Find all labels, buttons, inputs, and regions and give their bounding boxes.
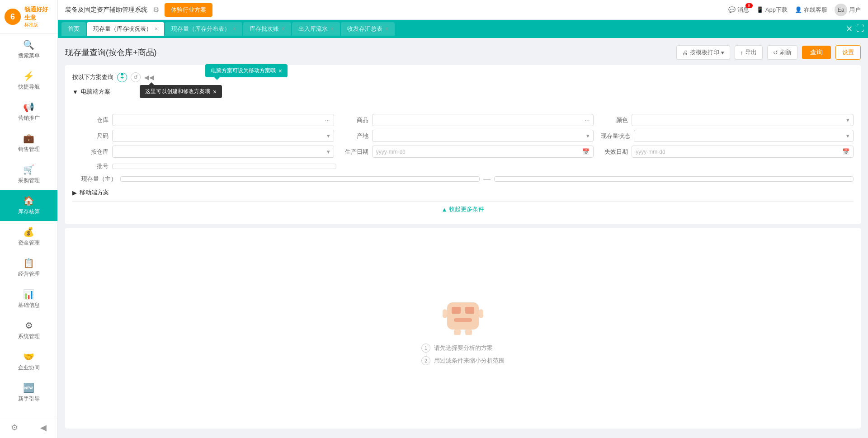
setting-button[interactable]: 设置 [835, 45, 861, 60]
color-dropdown-icon: ▾ [846, 117, 849, 123]
user-item[interactable]: Ea 用户 [835, 4, 861, 16]
goods-more-icon: ··· [585, 117, 590, 123]
size-dropdown-icon: ▾ [327, 132, 330, 139]
operation-icon: 📋 [23, 258, 34, 268]
header: 装备及固定资产辅助管理系统 ⚙ 体验行业方案 💬 消息 8 📱 App下载 👤 … [58, 0, 868, 20]
tab-close-all-icon[interactable]: ✕ [846, 24, 853, 34]
batch-no-label: 批号 [81, 162, 108, 170]
sidebar-item-purchase[interactable]: 🛒 采购管理 [0, 159, 57, 190]
tab-summary[interactable]: 收发存汇总表 × [341, 22, 395, 36]
sidebar-item-guide[interactable]: 🆕 新手引导 [0, 377, 57, 408]
field-batch-no: 批号 [81, 162, 336, 170]
goods-label: 商品 [341, 116, 368, 124]
sidebar-item-operation[interactable]: 📋 经营管理 [0, 252, 57, 283]
tab-close-inout[interactable]: × [330, 26, 334, 32]
expire-date-start[interactable]: yyyy-mm-dd 📅 [632, 146, 854, 158]
sidebar-item-marketing[interactable]: 📢 营销推广 [0, 96, 57, 127]
batch-no-input[interactable] [112, 164, 336, 169]
svg-rect-2 [465, 307, 474, 314]
export-button[interactable]: ↑ 导出 [735, 45, 763, 60]
collapse-btn[interactable]: ◀ [40, 423, 47, 433]
collapse-conditions-button[interactable]: ▲ 收起更多条件 [72, 201, 854, 217]
stock-qty-separator: — [483, 175, 491, 183]
create-tooltip-close[interactable]: × [213, 88, 217, 95]
origin-input[interactable]: ▾ [372, 130, 594, 142]
filter-row-1: 仓库 ··· 商品 ··· 颜色 ▾ [81, 114, 854, 126]
mobile-scheme-title[interactable]: ▶ 移动端方案 [72, 188, 854, 197]
field-size: 尺码 ▾ [81, 130, 334, 142]
svg-rect-1 [452, 307, 461, 314]
plan-tooltip-close[interactable]: × [278, 67, 282, 75]
sidebar-nav: 🔍 搜索菜单 ⚡ 快捷导航 📢 营销推广 💼 销售管理 🛒 采购管理 🏠 库存核… [0, 34, 57, 417]
origin-label: 产地 [341, 132, 368, 140]
add-scheme-button[interactable]: + [117, 72, 127, 82]
back-arrow-icon[interactable]: ◀◀ [144, 74, 154, 81]
marketing-icon: 📢 [23, 102, 34, 113]
sidebar-item-quick[interactable]: ⚡ 快捷导航 [0, 65, 57, 96]
sales-icon: 💼 [23, 133, 34, 144]
quick-icon: ⚡ [23, 71, 34, 81]
tab-close-batch[interactable]: × [282, 26, 285, 32]
header-right: 💬 消息 8 📱 App下载 👤 在线客服 Ea 用户 [728, 4, 861, 16]
field-color: 颜色 ▾ [601, 114, 854, 126]
sidebar-item-basic[interactable]: 📊 基础信息 [0, 283, 57, 315]
produce-date-placeholder: yyyy-mm-dd [376, 149, 406, 155]
color-label: 颜色 [601, 116, 628, 124]
message-item[interactable]: 💬 消息 8 [728, 6, 749, 14]
sidebar-item-system[interactable]: ⚙ 系统管理 [0, 315, 57, 346]
tab-home[interactable]: 首页 [61, 22, 86, 36]
settings-bottom-btn[interactable]: ⚙ [11, 423, 18, 433]
tabs-bar: 首页 现存量（库存状况表） × 现存量（库存分布表） × 库存批次账 × 出入库… [58, 20, 868, 38]
field-warehouse: 仓库 ··· [81, 114, 334, 126]
sidebar-item-search[interactable]: 🔍 搜索菜单 [0, 34, 57, 65]
sidebar-item-inventory[interactable]: 🏠 库存核算 [0, 190, 57, 221]
stock-qty-end[interactable] [494, 176, 854, 182]
sidebar-item-finance[interactable]: 💰 资金管理 [0, 221, 57, 252]
tab-close-inventory-status[interactable]: × [155, 26, 158, 32]
tab-close-summary[interactable]: × [385, 26, 388, 32]
query-button[interactable]: 查询 [802, 46, 831, 59]
pc-scheme-label: 电脑端方案 [81, 88, 110, 96]
tab-maximize-icon[interactable]: ⛶ [856, 24, 864, 34]
tab-inout[interactable]: 出入库流水 × [292, 22, 340, 36]
enterprise-icon: 🤝 [23, 351, 34, 362]
tab-inventory-status[interactable]: 现存量（库存状况表） × [87, 22, 164, 36]
page-content: 现存量查询(按仓库+商品) 🖨 按模板打印 ▾ ↑ 导出 ↺ 刷新 查询 设置 [58, 38, 868, 438]
by-warehouse-label: 按仓库 [81, 148, 108, 156]
sidebar-bottom: ⚙ ◀ [0, 417, 57, 438]
empty-area: 1 请先选择要分析的方案 2 用过滤条件来缩小分析范围 [65, 228, 861, 429]
print-dropdown-icon: ▾ [721, 49, 724, 56]
support-icon: 👤 [795, 6, 802, 13]
tab-close-inventory-dist[interactable]: × [233, 26, 236, 32]
tabs-controls: ✕ ⛶ [846, 24, 864, 34]
field-by-warehouse: 按仓库 ▾ [81, 146, 334, 158]
print-button[interactable]: 🖨 按模板打印 ▾ [676, 45, 730, 60]
chevron-right-icon: ▶ [72, 189, 77, 196]
add-dot-indicator [120, 72, 124, 76]
refresh-button[interactable]: ↺ 刷新 [767, 45, 797, 60]
plan-tooltip-text: 电脑方案可设为移动方案哦 [211, 67, 276, 75]
filter-label: 按以下方案查询 [72, 73, 113, 81]
try-button[interactable]: 体验行业方案 [165, 3, 212, 17]
refresh-scheme-button[interactable]: ↺ [131, 72, 141, 82]
sidebar-item-sales[interactable]: 💼 销售管理 [0, 127, 57, 159]
tab-inventory-dist[interactable]: 现存量（库存分布表） × [165, 22, 242, 36]
settings-icon[interactable]: ⚙ [153, 5, 159, 14]
by-warehouse-input[interactable]: ▾ [112, 146, 334, 158]
step-num-2: 2 [421, 356, 430, 365]
tab-batch[interactable]: 库存批次账 × [243, 22, 291, 36]
color-input[interactable]: ▾ [632, 114, 854, 126]
origin-dropdown-icon: ▾ [586, 132, 590, 139]
size-input[interactable]: ▾ [112, 130, 334, 142]
stock-status-input[interactable]: ▾ [634, 130, 854, 142]
svg-rect-6 [454, 330, 461, 335]
warehouse-input[interactable]: ··· [112, 114, 334, 126]
app-download-item[interactable]: 📱 App下载 [756, 6, 788, 14]
produce-date-start[interactable]: yyyy-mm-dd 📅 [372, 146, 594, 158]
support-item[interactable]: 👤 在线客服 [795, 6, 827, 14]
filter-header: 按以下方案查询 + ↺ ◀◀ 电脑方案可设为移动方案哦 × [72, 72, 854, 82]
goods-input[interactable]: ··· [372, 114, 594, 126]
stock-qty-start[interactable] [120, 176, 480, 182]
sidebar-item-enterprise[interactable]: 🤝 企业协同 [0, 346, 57, 377]
more-icon: ··· [325, 117, 330, 123]
